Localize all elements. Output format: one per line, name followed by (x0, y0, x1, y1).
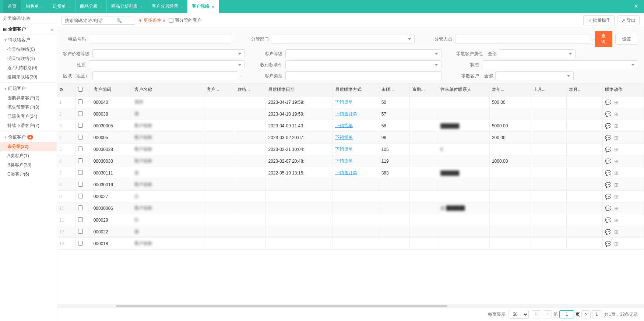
row-checkbox[interactable] (78, 194, 83, 198)
qr-icon[interactable]: ⊞ (614, 158, 619, 164)
region-dotdot-icon[interactable]: ··· (238, 73, 245, 78)
row-checkbox[interactable] (78, 241, 83, 246)
chat-icon[interactable]: 💬 (605, 158, 611, 164)
next-page-button[interactable]: > (581, 310, 591, 318)
chat-icon[interactable]: 💬 (605, 229, 611, 235)
payment-select[interactable] (285, 60, 441, 69)
row-checkbox-cell[interactable] (75, 108, 91, 120)
row-checkbox-cell[interactable] (75, 214, 91, 226)
checkbox-col[interactable] (75, 84, 91, 96)
chat-icon[interactable]: 💬 (605, 147, 611, 152)
current-page-input[interactable] (559, 310, 574, 318)
export-button[interactable]: ↗ 导出 (617, 15, 640, 25)
chat-icon[interactable]: 💬 (605, 99, 611, 105)
horizontal-scrollbar[interactable] (57, 304, 644, 307)
customer-level-select[interactable] (285, 49, 441, 58)
last-way-link[interactable]: 下销货单 (335, 158, 353, 163)
row-checkbox[interactable] (78, 229, 83, 234)
row-checkbox-cell[interactable] (75, 226, 91, 238)
query-button[interactable]: 查询 (595, 31, 612, 47)
collapse-icon[interactable]: « (51, 27, 54, 32)
last-way-link[interactable]: 下销售订单 (335, 111, 357, 116)
row-checkbox[interactable] (78, 123, 83, 128)
qr-icon[interactable]: ⊞ (614, 194, 619, 200)
row-checkbox-cell[interactable] (75, 191, 91, 202)
select-all-checkbox[interactable] (78, 87, 83, 92)
my-customers-check[interactable] (169, 18, 173, 23)
close-icon[interactable]: × (140, 4, 142, 9)
last-way-link[interactable]: 下销货单 (335, 99, 353, 105)
row-checkbox[interactable] (78, 217, 83, 222)
batch-operations-button[interactable]: ☑ 批量操作 (583, 15, 615, 25)
sidebar-group-problem-title[interactable]: ▾ 问题客户 (0, 84, 57, 94)
my-customers-checkbox[interactable]: 我分管的客户 (169, 17, 201, 24)
row-checkbox-cell[interactable] (75, 120, 91, 132)
qr-icon[interactable]: ⊞ (614, 99, 619, 105)
region-input[interactable] (92, 71, 238, 80)
qr-icon[interactable]: ⊞ (614, 111, 619, 117)
qr-icon[interactable]: ⊞ (614, 170, 619, 176)
row-checkbox[interactable] (78, 111, 83, 116)
phone-input[interactable] (89, 35, 231, 43)
sidebar-group-pending-title[interactable]: ▾ 待联络客户 (0, 35, 57, 45)
qr-icon[interactable]: ⊞ (614, 217, 619, 223)
more-conditions-button[interactable]: ▼ 更多条件 ∧ (138, 17, 166, 24)
status-select[interactable] (482, 60, 638, 69)
sidebar-item-declining[interactable]: 持续下滑客户(2) (0, 121, 57, 130)
chat-icon[interactable]: 💬 (605, 111, 611, 117)
sidebar-group-value-title[interactable]: ▾ 价值客户 ● (0, 132, 57, 142)
chat-icon[interactable]: 💬 (605, 123, 611, 129)
dept-select[interactable] (272, 35, 414, 43)
qr-icon[interactable]: ⊞ (614, 229, 619, 235)
gender-select[interactable] (89, 60, 245, 69)
reset-button[interactable]: 设置 (615, 34, 638, 45)
row-checkbox[interactable] (78, 205, 83, 210)
main-search-input[interactable] (65, 18, 116, 23)
tab-customer-contact[interactable]: 客户联络 × (187, 0, 219, 13)
prev-page-button[interactable]: < (543, 310, 552, 318)
row-checkbox[interactable] (78, 147, 83, 151)
sidebar-item-7days[interactable]: 近7天待联络(0) (0, 63, 57, 73)
close-icon[interactable]: × (41, 4, 43, 9)
close-icon[interactable]: × (68, 4, 70, 9)
sidebar-item-churn-warning[interactable]: 流失预警客户(3) (0, 103, 57, 112)
sidebar-item-churned[interactable]: 已流失客户(24) (0, 112, 57, 121)
chat-icon[interactable]: 💬 (605, 217, 611, 223)
chat-icon[interactable]: 💬 (605, 205, 611, 211)
row-checkbox[interactable] (78, 99, 83, 104)
last-way-link[interactable]: 下销货单 (335, 135, 353, 140)
sidebar-item-overdue[interactable]: 逾期未联络(30) (0, 73, 57, 82)
row-checkbox-cell[interactable] (75, 96, 91, 108)
qr-icon[interactable]: ⊞ (614, 147, 619, 152)
sidebar-search-input[interactable] (3, 16, 57, 21)
customer-type-input[interactable] (285, 71, 441, 80)
window-close-button[interactable]: × (631, 3, 641, 10)
sidebar-item-today[interactable]: 今天待联络(0) (0, 45, 57, 54)
scrollbar-thumb[interactable] (116, 305, 447, 307)
retail-customer-select[interactable] (495, 71, 574, 80)
sidebar-item-tomorrow[interactable]: 明天待联络(1) (0, 54, 57, 63)
tab-customer-mgmt[interactable]: 客户分层经营 × (147, 0, 187, 13)
tab-analysis-list[interactable]: 商品分析列表 × (107, 0, 147, 13)
sidebar-item-classB[interactable]: B类客户(33) (0, 160, 57, 170)
first-page-button[interactable]: K (532, 310, 541, 318)
qr-icon[interactable]: ⊞ (614, 205, 619, 211)
retail-attr-select[interactable] (499, 49, 576, 58)
row-checkbox-cell[interactable] (75, 132, 91, 144)
last-page-button[interactable]: 1 (592, 310, 601, 318)
qr-icon[interactable]: ⊞ (614, 123, 619, 129)
row-checkbox-cell[interactable] (75, 179, 91, 191)
chat-icon[interactable]: 💬 (605, 194, 611, 200)
tab-analysis[interactable]: 商品分析 × (75, 0, 107, 13)
sidebar-all-customers[interactable]: ⊞ 全部客户 « (0, 24, 57, 35)
chat-icon[interactable]: 💬 (605, 170, 611, 176)
row-checkbox-cell[interactable] (75, 238, 91, 250)
row-checkbox-cell[interactable] (75, 167, 91, 179)
tab-sales[interactable]: 销售单 × (21, 0, 48, 13)
chat-icon[interactable]: 💬 (605, 182, 611, 188)
close-icon[interactable]: × (180, 4, 183, 9)
search-icon[interactable]: 🔍 (116, 18, 122, 23)
row-checkbox-cell[interactable] (75, 144, 91, 155)
qr-icon[interactable]: ⊞ (614, 182, 619, 188)
last-way-link[interactable]: 下销售订单 (335, 170, 357, 175)
